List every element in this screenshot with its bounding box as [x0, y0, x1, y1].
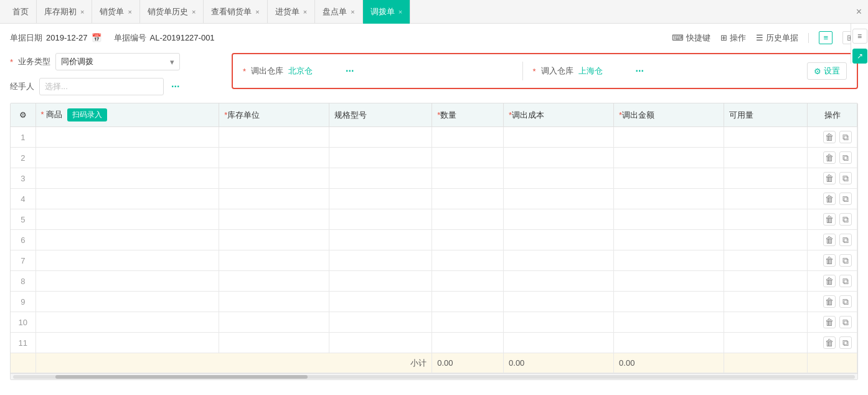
handler-more-button[interactable]: ··· — [169, 81, 182, 92]
spec-cell[interactable] — [329, 271, 432, 292]
amount-cell[interactable] — [614, 230, 724, 250]
tab-inventory-init[interactable]: 库存期初 × — [37, 0, 92, 24]
cost-cell[interactable] — [504, 312, 614, 333]
product-cell[interactable] — [35, 189, 219, 209]
copy-icon[interactable]: ⧉ — [839, 172, 852, 184]
copy-icon[interactable]: ⧉ — [839, 336, 852, 349]
shortcut-button[interactable]: ⌨ 快捷键 — [672, 32, 710, 44]
qty-cell[interactable] — [432, 333, 504, 353]
tab-view-sales-close[interactable]: × — [255, 8, 259, 16]
transfer-out-more-button[interactable]: ··· — [343, 65, 356, 77]
available-cell[interactable] — [724, 209, 808, 230]
spec-cell[interactable] — [329, 189, 432, 209]
qty-cell[interactable] — [432, 148, 504, 168]
tab-sales-history-close[interactable]: × — [192, 8, 196, 16]
unit-cell[interactable] — [219, 168, 329, 189]
product-cell[interactable] — [35, 148, 219, 168]
amount-cell[interactable] — [614, 271, 724, 292]
available-cell[interactable] — [724, 292, 808, 312]
delete-icon[interactable]: 🗑 — [823, 275, 836, 287]
qty-cell[interactable] — [432, 312, 504, 333]
product-cell[interactable] — [35, 209, 219, 230]
available-cell[interactable] — [724, 148, 808, 168]
unit-cell[interactable] — [219, 292, 329, 312]
tab-sales-order-close[interactable]: × — [128, 8, 131, 16]
spec-cell[interactable] — [329, 333, 432, 353]
amount-cell[interactable] — [614, 333, 724, 353]
delete-icon[interactable]: 🗑 — [823, 131, 836, 143]
product-cell[interactable] — [35, 333, 219, 353]
settings-button[interactable]: ⚙ 设置 — [807, 62, 847, 80]
close-all-button[interactable]: × — [856, 6, 862, 17]
available-cell[interactable] — [724, 230, 808, 250]
qty-cell[interactable] — [432, 230, 504, 250]
copy-icon[interactable]: ⧉ — [839, 234, 852, 246]
copy-icon[interactable]: ⧉ — [839, 254, 852, 267]
delete-icon[interactable]: 🗑 — [823, 316, 836, 328]
spec-cell[interactable] — [329, 209, 432, 230]
unit-cell[interactable] — [219, 230, 329, 250]
cost-cell[interactable] — [504, 271, 614, 292]
qty-cell[interactable] — [432, 292, 504, 312]
qty-cell[interactable] — [432, 250, 504, 271]
history-button[interactable]: ☰ 历史单据 — [756, 32, 798, 44]
qty-cell[interactable] — [432, 271, 504, 292]
tab-view-sales[interactable]: 查看销货单 × — [204, 0, 267, 24]
delete-icon[interactable]: 🗑 — [823, 213, 836, 226]
th-gear[interactable]: ⚙ — [11, 103, 35, 127]
spec-cell[interactable] — [329, 312, 432, 333]
tab-inventory-init-close[interactable]: × — [80, 8, 84, 16]
copy-icon[interactable]: ⧉ — [839, 131, 852, 143]
qty-cell[interactable] — [432, 209, 504, 230]
cost-cell[interactable] — [504, 209, 614, 230]
cost-cell[interactable] — [504, 168, 614, 189]
amount-cell[interactable] — [614, 209, 724, 230]
amount-cell[interactable] — [614, 292, 724, 312]
amount-cell[interactable] — [614, 312, 724, 333]
product-cell[interactable] — [35, 312, 219, 333]
delete-icon[interactable]: 🗑 — [823, 151, 836, 164]
delete-icon[interactable]: 🗑 — [823, 336, 836, 349]
available-cell[interactable] — [724, 271, 808, 292]
product-cell[interactable] — [35, 230, 219, 250]
amount-cell[interactable] — [614, 250, 724, 271]
amount-cell[interactable] — [614, 168, 724, 189]
available-cell[interactable] — [724, 333, 808, 353]
cost-cell[interactable] — [504, 230, 614, 250]
available-cell[interactable] — [724, 250, 808, 271]
tab-transfer[interactable]: 调拨单 × — [363, 0, 410, 24]
unit-cell[interactable] — [219, 209, 329, 230]
unit-cell[interactable] — [219, 271, 329, 292]
copy-icon[interactable]: ⧉ — [839, 213, 852, 226]
spec-cell[interactable] — [329, 148, 432, 168]
spec-cell[interactable] — [329, 127, 432, 148]
qty-cell[interactable] — [432, 189, 504, 209]
scan-button[interactable]: 扫码录入 — [67, 108, 107, 121]
view-list-button[interactable]: ≡ — [819, 31, 833, 44]
unit-cell[interactable] — [219, 189, 329, 209]
delete-icon[interactable]: 🗑 — [823, 254, 836, 267]
product-cell[interactable] — [35, 168, 219, 189]
copy-icon[interactable]: ⧉ — [839, 316, 852, 328]
tab-stocktake[interactable]: 盘点单 × — [315, 0, 362, 24]
copy-icon[interactable]: ⧉ — [839, 275, 852, 287]
tab-stocktake-close[interactable]: × — [351, 8, 354, 16]
amount-cell[interactable] — [614, 189, 724, 209]
unit-cell[interactable] — [219, 333, 329, 353]
unit-cell[interactable] — [219, 148, 329, 168]
copy-icon[interactable]: ⧉ — [839, 295, 852, 308]
spec-cell[interactable] — [329, 168, 432, 189]
tab-sales-history[interactable]: 销货单历史 × — [140, 0, 204, 24]
sidebar-list-icon[interactable]: ≡ — [852, 29, 867, 44]
product-cell[interactable] — [35, 271, 219, 292]
available-cell[interactable] — [724, 168, 808, 189]
tab-purchase-order[interactable]: 进货单 × — [268, 0, 315, 24]
calendar-icon[interactable]: 📅 — [92, 33, 101, 42]
cost-cell[interactable] — [504, 148, 614, 168]
product-cell[interactable] — [35, 292, 219, 312]
cost-cell[interactable] — [504, 333, 614, 353]
delete-icon[interactable]: 🗑 — [823, 234, 836, 246]
product-cell[interactable] — [35, 250, 219, 271]
available-cell[interactable] — [724, 312, 808, 333]
available-cell[interactable] — [724, 189, 808, 209]
